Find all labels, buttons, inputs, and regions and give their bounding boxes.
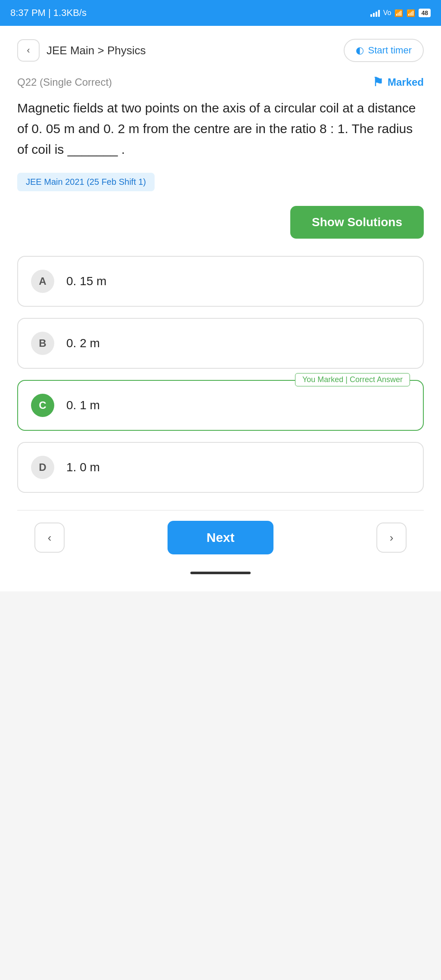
option-d-text: 1. 0 m: [66, 460, 100, 474]
next-button[interactable]: Next: [168, 521, 273, 554]
prev-button[interactable]: ‹: [34, 523, 65, 553]
option-b-letter: B: [31, 332, 54, 355]
option-c-letter: C: [31, 394, 54, 417]
question-tag: JEE Main 2021 (25 Feb Shift 1): [17, 173, 155, 191]
vo-label: Vo: [383, 9, 391, 17]
back-button[interactable]: ‹: [17, 39, 40, 62]
signal-strength-icon: 📶: [407, 9, 415, 17]
next-arrow-button[interactable]: ›: [376, 523, 407, 553]
prev-arrow-icon: ‹: [48, 531, 52, 544]
back-arrow-icon: ‹: [27, 45, 30, 56]
breadcrumb: JEE Main > Physics: [47, 44, 146, 57]
option-a-text: 0. 15 m: [66, 274, 106, 288]
question-header: Q22 (Single Correct) ⚑ Marked: [17, 75, 424, 89]
question-text: Magnetic fields at two points on the axi…: [17, 98, 424, 160]
option-b-text: 0. 2 m: [66, 336, 100, 350]
top-nav: ‹ JEE Main > Physics ◐ Start timer: [17, 26, 424, 71]
correct-answer-label: You Marked | Correct Answer: [295, 373, 410, 386]
battery-indicator: 48: [419, 9, 431, 17]
start-timer-button[interactable]: ◐ Start timer: [344, 39, 424, 62]
options-container: A 0. 15 m B 0. 2 m You Marked | Correct …: [17, 256, 424, 493]
marked-badge: ⚑ Marked: [373, 75, 424, 89]
option-b[interactable]: B 0. 2 m: [17, 318, 424, 369]
show-solutions-button[interactable]: Show Solutions: [290, 206, 424, 239]
wifi-icon: 📶: [394, 9, 403, 17]
option-a-letter: A: [31, 270, 54, 293]
home-indicator: [190, 572, 251, 574]
status-icons: Vo 📶 📶 48: [370, 9, 431, 17]
next-arrow-icon: ›: [390, 531, 394, 544]
nav-left: ‹ JEE Main > Physics: [17, 39, 146, 62]
bottom-nav: ‹ Next ›: [17, 510, 424, 567]
option-a[interactable]: A 0. 15 m: [17, 256, 424, 307]
timer-icon: ◐: [356, 45, 364, 56]
timer-label: Start timer: [368, 45, 412, 56]
main-content: ‹ JEE Main > Physics ◐ Start timer Q22 (…: [0, 26, 441, 591]
signal-icon: [370, 9, 380, 17]
option-c[interactable]: You Marked | Correct Answer C 0. 1 m: [17, 380, 424, 431]
question-number: Q22 (Single Correct): [17, 76, 112, 88]
bookmark-icon: ⚑: [373, 75, 383, 89]
status-bar: 8:37 PM | 1.3KB/s Vo 📶 📶 48: [0, 0, 441, 26]
option-d-letter: D: [31, 456, 54, 479]
option-c-text: 0. 1 m: [66, 398, 100, 412]
status-time: 8:37 PM | 1.3KB/s: [10, 7, 87, 19]
marked-label: Marked: [388, 76, 424, 88]
option-d[interactable]: D 1. 0 m: [17, 442, 424, 493]
